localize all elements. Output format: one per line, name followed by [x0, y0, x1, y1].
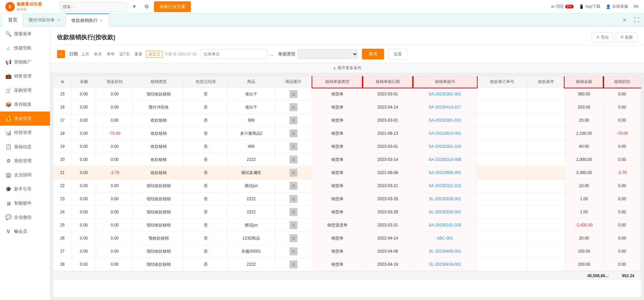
cell-verify-discount: 0.00	[603, 140, 641, 153]
col-header-settings[interactable]: ⚙	[53, 76, 72, 88]
verify-bill-no-link[interactable]: SA-20210813-001	[429, 131, 461, 136]
system-icon: ⚙	[5, 158, 11, 164]
verify-bill-no-link[interactable]: ABC-001	[437, 236, 453, 241]
cell-include-settled: 否	[184, 179, 228, 192]
cell-goods: 999	[227, 114, 275, 127]
cell-goods-image: 🖼	[275, 245, 312, 258]
sidebar-item-beginner[interactable]: 🎓 新手引导	[0, 182, 50, 196]
verify-bill-no-link[interactable]: SA-20230314-008	[429, 157, 461, 162]
cell-seq: 16	[53, 101, 72, 114]
cell-balance: 0.00	[72, 232, 96, 245]
cell-receipt-order-no	[477, 88, 527, 101]
cell-seq: 17	[53, 114, 72, 127]
filter-expand-button[interactable]: »	[57, 50, 65, 58]
sidebar-item-finance[interactable]: 💰 资金管理	[0, 112, 50, 126]
table-row: 27 0.00 0.00 现结收款核销 否 衣服00001 🖼 销货单 2023…	[53, 245, 641, 258]
cell-include-settled: 否	[184, 258, 228, 271]
cell-seq: 15	[53, 88, 72, 101]
filter-settings-button[interactable]: 设置	[388, 49, 408, 59]
sidebar-item-purchase[interactable]: 🛒 采购管理	[0, 83, 50, 97]
verify-bill-no-link[interactable]: SA-20210808-001	[429, 170, 461, 175]
cell-receipt-order-no	[477, 258, 527, 271]
sidebar-item-quick-nav[interactable]: ⌂ 快捷导航	[0, 41, 50, 55]
cell-receipt-condition	[527, 192, 565, 206]
tab-receipt-verify[interactable]: 收款核销执行 ×	[66, 13, 109, 27]
filter-date-last-month[interactable]: 上月	[80, 51, 91, 58]
tab-prepay-close[interactable]: ×	[57, 17, 60, 23]
cell-include-settled: 否	[184, 166, 228, 179]
cell-cash-discount: 0.00	[96, 232, 133, 245]
sidebar-item-marketing[interactable]: 📢 营销推广	[0, 55, 50, 69]
cell-receipt-order-no	[477, 153, 527, 166]
verify-bill-no-link[interactable]: SA-20230301-010	[429, 144, 461, 149]
search-input[interactable]	[60, 2, 127, 11]
table-row: 25 0.00 0.00 现结收款核销 否 测试jun 🖼 销货退货单 2023…	[53, 219, 641, 232]
notification-item[interactable]: ✉ 消息 99+	[551, 4, 574, 9]
industry-solution-button[interactable]: 体验行业方案	[154, 1, 191, 12]
refresh-button[interactable]: ↺ 刷新	[616, 32, 637, 42]
cell-verify-amount: 2,100.00	[565, 127, 603, 140]
cell-receipt-condition	[527, 88, 565, 101]
filter-date-this-year[interactable]: 本年	[105, 51, 116, 58]
table-footer: 40,556,66... 952.24	[53, 271, 641, 280]
verify-bill-no-link[interactable]: SL-20230418-001	[429, 262, 461, 267]
cell-cash-discount: 0.00	[96, 245, 133, 258]
cell-verify-bill-type: 销货单	[312, 206, 363, 219]
verify-bill-no-link[interactable]: SA-20230301-010	[429, 118, 461, 123]
cell-seq: 18	[53, 127, 72, 140]
search-dropdown-btn[interactable]: ▼	[129, 2, 139, 11]
sidebar-item-vip[interactable]: V 畅会员	[0, 224, 50, 239]
query-button[interactable]: 查询	[362, 49, 384, 59]
tab-home[interactable]: 首页	[3, 13, 23, 27]
tab-receipt-verify-close[interactable]: ×	[100, 17, 103, 24]
cell-balance: 0.00	[72, 101, 96, 114]
sidebar-item-sales[interactable]: 💼 销售管理	[0, 69, 50, 83]
tab-prepay[interactable]: 预付冲应付单 ×	[23, 13, 66, 27]
cell-receipt-order-no	[477, 206, 527, 219]
cell-goods: 多计量商品2	[227, 127, 275, 140]
verify-bill-no-link[interactable]: SA-20230331-026	[429, 223, 461, 227]
verify-bill-no-link[interactable]: SA-20230321-012	[429, 183, 461, 188]
cell-receipt-order-no	[477, 140, 527, 153]
cell-receipt-condition	[527, 166, 565, 179]
maximize-window-btn[interactable]: ⛶	[632, 15, 641, 25]
verify-bill-no-link[interactable]: SL-20230328-002	[429, 210, 461, 214]
cell-seq: 26	[53, 232, 72, 245]
verify-discount-total: 952.24	[622, 273, 634, 278]
sidebar-item-search-menu[interactable]: 🔍 搜索菜单	[0, 27, 50, 41]
filter-date-custom[interactable]: 自定义	[146, 51, 163, 58]
app-download-item[interactable]: 📱 App下载	[579, 4, 600, 9]
verify-bill-no-link[interactable]: SA-20230414-017	[429, 105, 461, 110]
sidebar-item-inventory[interactable]: 📦 库存核算	[0, 97, 50, 112]
cell-receipt-condition	[527, 153, 565, 166]
filter-date-7days[interactable]: 近7天	[118, 51, 131, 58]
cell-include-settled: 否	[184, 219, 228, 232]
online-service-item[interactable]: 👤 在线客服	[606, 4, 628, 9]
col-header-verify-discount: 核销折扣	[603, 76, 641, 88]
verify-bill-no-link[interactable]: SA-20230301-001	[429, 92, 461, 96]
filter-date-this-month[interactable]: 本月	[93, 51, 103, 58]
verify-bill-no-link[interactable]: SL-20230328-001	[429, 197, 461, 201]
bill-type-select[interactable]	[298, 49, 358, 59]
filter-date-more[interactable]: 更多	[133, 51, 144, 58]
expand-more-button[interactable]: ∨ 展开更多条件	[333, 65, 362, 71]
settings-gear-icon[interactable]: ⚙	[142, 2, 151, 11]
inventory-icon: 📦	[5, 101, 11, 108]
close-window-btn[interactable]: ×	[620, 15, 629, 25]
top-right-actions: ✉ 消息 99+ 📱 App下载 👤 在线客服 Rit	[551, 4, 639, 9]
sidebar-item-wechat[interactable]: 💬 企业微信	[0, 210, 50, 224]
sidebar-item-base-info[interactable]: 📋 基础信息	[0, 140, 50, 154]
export-button[interactable]: ↗ 导出	[592, 32, 613, 42]
sidebar-item-enterprise[interactable]: 🏢 企业协同	[0, 168, 50, 182]
sidebar-item-operations[interactable]: 📊 经营管理	[0, 126, 50, 140]
filter-date-range: 不限 至 2023-07-26	[165, 52, 197, 57]
cell-include-settled: 否	[184, 114, 228, 127]
counterparty-input[interactable]	[201, 49, 268, 59]
cell-verify-type: 现结收款核销	[133, 219, 184, 232]
sidebar-item-system[interactable]: ⚙ 系统管理	[0, 154, 50, 168]
cell-verify-bill-no: SA-20230414-017	[413, 101, 477, 114]
cell-goods: 2222	[227, 258, 275, 271]
verify-bill-no-link[interactable]: SL-20230408-001	[429, 249, 461, 254]
sidebar-item-smart-hardware[interactable]: 🖥 智能硬件	[0, 196, 50, 210]
counterparty-dots[interactable]: ...	[270, 51, 274, 57]
